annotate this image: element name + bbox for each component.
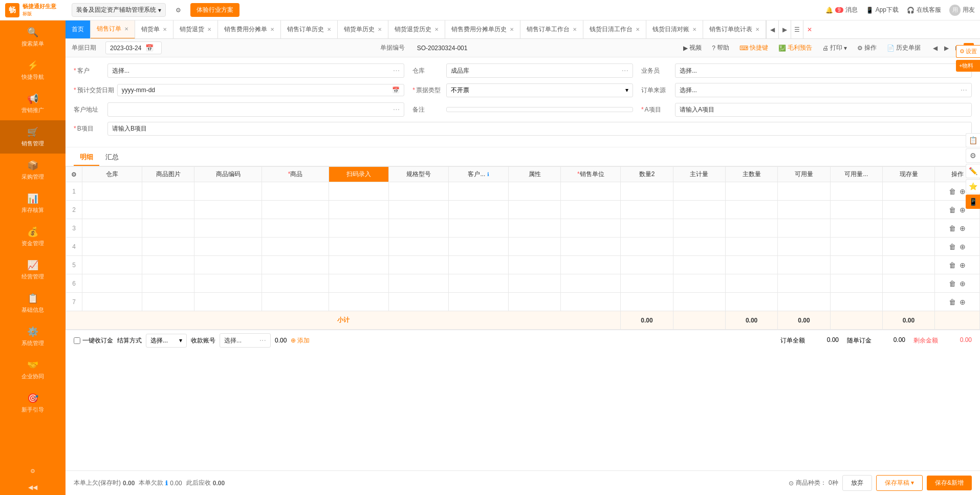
view-btn[interactable]: ▶ 视频 [680,42,705,53]
salesman-input[interactable]: 选择... ··· [675,63,972,78]
cell-available2-1[interactable] [830,182,882,201]
cell-code-1[interactable] [194,182,262,201]
tab-close-all-btn[interactable]: ✕ [803,20,815,39]
tab-detail[interactable]: 明细 [74,149,99,166]
warehouse-input[interactable]: 成品库 ··· [446,63,633,78]
delete-row-6-btn[interactable]: 🗑 [948,278,957,289]
tab-expense-split[interactable]: 销售费用分摊单 ✕ [218,20,281,39]
add-material-btn[interactable]: +物料 [956,60,980,72]
cell-product-6[interactable] [262,274,329,293]
cell-scan-4[interactable] [329,238,389,256]
delete-row-4-btn[interactable]: 🗑 [948,242,957,252]
cell-customer-code-1[interactable] [449,182,509,201]
save-new-btn[interactable]: 保存&新增 [927,476,972,490]
sidebar-item-finance[interactable]: 💰 资金管理 [0,220,66,253]
history-btn[interactable]: 📄 历史单据 [884,42,924,53]
account-input[interactable]: 选择... ··· [220,333,271,348]
right-panel-btn-2[interactable]: ⚙ [966,148,980,163]
tab-sales-order[interactable]: 销售订单 ✕ [91,20,135,39]
cell-warehouse-4[interactable] [82,238,142,256]
cell-image-4[interactable] [142,238,194,256]
cell-customer-code-3[interactable] [449,219,509,238]
cell-unit-7[interactable] [561,293,621,311]
cell-image-1[interactable] [142,182,194,201]
cell-available-5[interactable] [778,256,830,274]
cell-spec-6[interactable] [389,274,449,293]
cell-available2-5[interactable] [830,256,882,274]
date-input[interactable]: 2023-03-24 📅 [105,41,162,54]
settings-gear-icon[interactable]: ⚙ [171,3,185,17]
sidebar-item-operations[interactable]: 📈 经营管理 [0,253,66,287]
right-panel-btn-4[interactable]: ⭐ [966,179,980,193]
cell-product-1[interactable] [262,182,329,201]
cell-available-3[interactable] [778,219,830,238]
tab-close-icon[interactable]: ✕ [378,27,382,32]
save-draft-btn[interactable]: 保存草稿 ▾ [876,475,923,491]
cell-spec-7[interactable] [389,293,449,311]
tab-close-icon[interactable]: ✕ [636,27,640,32]
cell-qty2-3[interactable] [621,219,673,238]
cell-attribute-4[interactable] [509,238,561,256]
cell-warehouse-3[interactable] [82,219,142,238]
address-input[interactable]: ··· [107,102,404,117]
quick-deposit-checkbox[interactable]: 一键收订金 [74,336,113,345]
abandon-btn[interactable]: 放弃 [842,475,872,491]
cell-available-2[interactable] [778,201,830,219]
sidebar-item-guide[interactable]: 🎯 新手引导 [0,386,66,420]
copy-row-6-btn[interactable]: ⊕ [959,278,967,289]
cell-warehouse-5[interactable] [82,256,142,274]
cell-current-stock-4[interactable] [882,238,934,256]
cell-unit-3[interactable] [561,219,621,238]
cell-product-5[interactable] [262,256,329,274]
cell-main-qty-1[interactable] [725,182,777,201]
tab-slip-history[interactable]: 销货单历史 ✕ [338,20,388,39]
cell-available2-6[interactable] [830,274,882,293]
sidebar-item-enterprise[interactable]: 🤝 企业协同 [0,353,66,386]
tab-order-workbench[interactable]: 销售订单工作台 ✕ [520,20,583,39]
cell-unit-1[interactable] [561,182,621,201]
cell-customer-code-4[interactable] [449,238,509,256]
cell-scan-2[interactable] [329,201,389,219]
tab-close-icon[interactable]: ✕ [573,27,577,32]
invoice-type-select[interactable]: 不开票 ▾ [446,83,633,97]
cell-available2-4[interactable] [830,238,882,256]
cell-qty2-5[interactable] [621,256,673,274]
delivery-date-input[interactable]: yyyy-mm-dd 📅 [117,84,404,96]
right-panel-btn-3[interactable]: ✏️ [966,164,980,178]
tab-prev-btn[interactable]: ◀ [766,20,778,39]
cell-available2-3[interactable] [830,219,882,238]
cell-attribute-6[interactable] [509,274,561,293]
cell-main-qty-6[interactable] [725,274,777,293]
cell-qty2-2[interactable] [621,201,673,219]
cell-customer-code-6[interactable] [449,274,509,293]
cell-scan-6[interactable] [329,274,389,293]
tab-close-icon[interactable]: ✕ [755,27,759,32]
delete-row-5-btn[interactable]: 🗑 [948,260,957,270]
cell-spec-1[interactable] [389,182,449,201]
cell-main-unit-5[interactable] [673,256,725,274]
cell-current-stock-2[interactable] [882,201,934,219]
cell-available2-2[interactable] [830,201,882,219]
cell-qty2-6[interactable] [621,274,673,293]
remark-input[interactable] [446,107,633,112]
cell-main-qty-2[interactable] [725,201,777,219]
tab-daily-workbench[interactable]: 钱货日清工作台 ✕ [583,20,646,39]
b-project-input[interactable]: 请输入B项目 [107,122,972,136]
tab-summary[interactable]: 汇总 [99,149,125,166]
cell-current-stock-3[interactable] [882,219,934,238]
cell-main-unit-4[interactable] [673,238,725,256]
cell-qty2-4[interactable] [621,238,673,256]
cell-image-2[interactable] [142,201,194,219]
cell-unit-5[interactable] [561,256,621,274]
cell-main-unit-6[interactable] [673,274,725,293]
tab-expense-history[interactable]: 销售费用分摊单历史 ✕ [445,20,520,39]
cell-code-4[interactable] [194,238,262,256]
cell-current-stock-6[interactable] [882,274,934,293]
cell-code-2[interactable] [194,201,262,219]
right-panel-btn-5[interactable]: 📱 [966,195,980,209]
cell-unit-6[interactable] [561,274,621,293]
cell-customer-code-2[interactable] [449,201,509,219]
cell-attribute-7[interactable] [509,293,561,311]
online-support-item[interactable]: 🎧 在线客服 [907,6,941,14]
copy-row-3-btn[interactable]: ⊕ [959,223,967,233]
